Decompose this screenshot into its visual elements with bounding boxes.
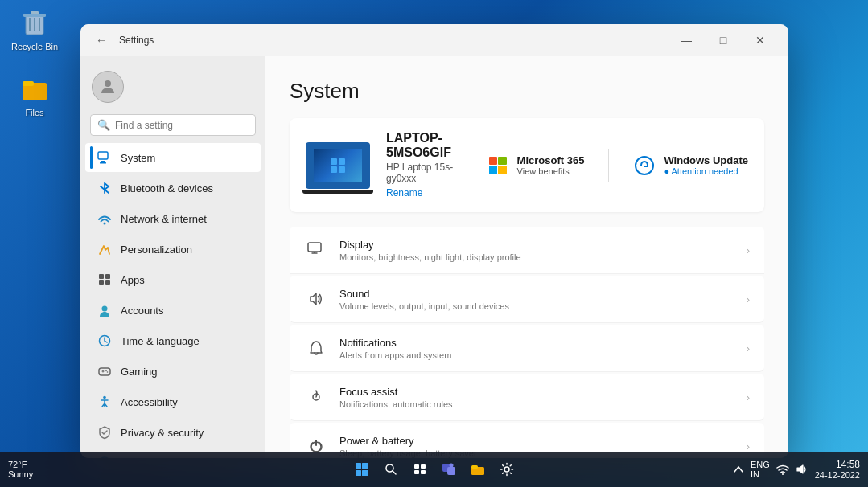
taskbar-right: ENGIN 14:58 24-12-2022 [733,459,860,480]
sidebar-item-bluetooth[interactable]: Bluetooth & devices [85,174,261,203]
rename-link[interactable]: Rename [386,187,422,198]
sidebar-item-network[interactable]: Network & internet [85,204,261,233]
sound-icon [304,287,328,311]
taskbar-explorer-button[interactable] [465,456,491,482]
svg-rect-38 [447,467,455,475]
svg-point-39 [449,464,453,468]
user-avatar-section[interactable] [80,63,265,114]
settings-body: 🔍 System [80,56,788,458]
svg-rect-9 [98,152,108,159]
sidebar-item-accounts[interactable]: Accounts [85,296,261,325]
search-input[interactable] [115,120,249,131]
close-button[interactable]: ✕ [742,28,779,52]
ms365-item: Microsoft 365 View benefits [487,154,585,177]
settings-window: ← Settings — □ ✕ 🔍 [80,24,788,458]
recycle-bin-icon[interactable]: Recycle Bin [6,6,63,51]
sound-desc: Volume levels, output, input, sound devi… [339,301,735,311]
sound-setting[interactable]: Sound Volume levels, output, input, soun… [290,276,764,323]
svg-point-8 [105,80,111,87]
taskbar-settings-button[interactable] [494,456,520,482]
svg-rect-13 [99,274,104,279]
svg-rect-36 [421,470,426,474]
sound-text: Sound Volume levels, output, input, soun… [339,288,735,311]
search-box[interactable]: 🔍 [90,114,256,136]
sidebar: 🔍 System [80,56,265,458]
svg-rect-15 [99,280,104,285]
files-image [19,72,51,104]
device-name: LAPTOP-5MSO6GIF [386,131,471,160]
sidebar-item-accessibility[interactable]: Accessibility [85,387,261,416]
focus-icon [304,385,328,409]
winupdate-text: Windows Update ● Attention needed [664,154,748,176]
taskbar-clock: 14:58 24-12-2022 [815,459,860,480]
svg-rect-25 [308,243,321,252]
svg-rect-16 [105,280,110,285]
notifications-setting[interactable]: Notifications Alerts from apps and syste… [290,325,764,372]
device-model: HP Laptop 15s-gy0xxx [386,162,471,184]
svg-rect-2 [31,11,39,14]
maximize-button[interactable]: □ [705,28,742,52]
ms365-icon [487,154,509,177]
ms365-sublabel: View benefits [517,166,585,176]
sidebar-system-label: System [121,152,155,164]
svg-rect-11 [100,162,106,164]
recycle-bin-image [19,6,51,39]
svg-rect-19 [99,368,110,375]
minimize-button[interactable]: — [668,28,705,52]
display-title: Display [339,239,735,251]
start-button[interactable] [349,456,375,482]
winupdate-item: Windows Update ● Attention needed [633,154,748,177]
display-desc: Monitors, brightness, night light, displ… [339,252,735,262]
svg-rect-34 [421,464,426,469]
sidebar-accounts-label: Accounts [121,305,163,317]
taskbar-search-button[interactable] [378,456,404,482]
taskbar-weather: 72°F Sunny [8,460,33,479]
device-card: LAPTOP-5MSO6GIF HP Laptop 15s-gy0xxx Ren… [290,118,764,212]
focus-chevron: › [747,391,750,403]
language-indicator: ENGIN [751,460,770,479]
notifications-icon [304,336,328,360]
volume-icon [796,464,808,475]
svg-line-32 [393,471,396,474]
device-extras: Microsoft 365 View benefits [487,149,748,182]
sidebar-item-personalization[interactable]: Personalization [85,235,261,264]
taskbar-teams-button[interactable] [436,456,462,482]
weather-condition: Sunny [8,469,33,479]
svg-rect-35 [414,470,419,474]
sidebar-item-gaming[interactable]: Gaming [85,357,261,386]
recycle-bin-label: Recycle Bin [11,42,58,51]
sidebar-item-apps[interactable]: Apps [85,265,261,294]
privacy-icon [97,424,113,440]
display-chevron: › [747,244,750,256]
svg-point-20 [105,370,107,372]
svg-point-12 [104,223,106,225]
sound-title: Sound [339,288,735,300]
sound-chevron: › [747,293,750,305]
svg-point-22 [103,396,106,399]
current-time: 14:58 [815,459,860,470]
focus-text: Focus assist Notifications, automatic ru… [339,386,735,409]
sidebar-accessibility-label: Accessibility [121,396,178,408]
winupdate-icon [633,154,656,177]
accounts-icon [97,302,113,318]
files-icon[interactable]: Files [6,72,63,117]
notifications-title: Notifications [339,337,735,349]
sidebar-item-privacy[interactable]: Privacy & security [85,418,261,447]
focus-setting[interactable]: Focus assist Notifications, automatic ru… [290,374,764,421]
accessibility-icon [97,394,113,410]
wifi-icon [776,464,789,475]
device-info: LAPTOP-5MSO6GIF HP Laptop 15s-gy0xxx Ren… [386,131,471,199]
svg-rect-7 [23,81,34,86]
laptop-screen [314,149,362,182]
gaming-icon [97,363,113,379]
power-title: Power & battery [339,435,735,447]
back-button[interactable]: ← [90,29,113,51]
winupdate-label: Windows Update [664,154,748,166]
taskbar-taskview-button[interactable] [407,456,433,482]
display-setting[interactable]: Display Monitors, brightness, night ligh… [290,227,764,274]
sidebar-item-time[interactable]: Time & language [85,326,261,355]
notifications-desc: Alerts from apps and system [339,350,735,360]
system-icon [97,149,113,166]
sidebar-apps-label: Apps [121,274,145,286]
sidebar-item-system[interactable]: System [85,143,261,172]
